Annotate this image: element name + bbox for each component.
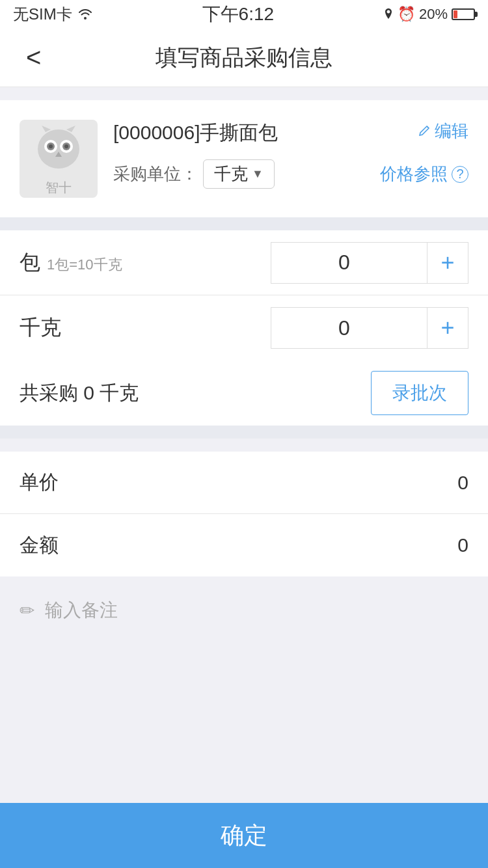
quantity-section: 包 1包=10千克 + 千克 +: [0, 230, 488, 360]
record-batch-button[interactable]: 录批次: [371, 371, 468, 415]
section-divider-1: [0, 217, 488, 230]
svg-marker-8: [42, 126, 51, 132]
section-divider-2: [0, 426, 488, 439]
help-icon: ?: [452, 166, 468, 183]
svg-marker-9: [66, 126, 75, 132]
summary-label: 共采购 0 千克: [20, 380, 139, 407]
owl-logo-icon: [33, 123, 85, 175]
price-section: 单价 0 金额 0: [0, 452, 488, 576]
svg-point-5: [49, 144, 53, 148]
unit-price-value: 0: [457, 472, 468, 494]
edit-icon: [418, 124, 432, 139]
status-left: 无SIM卡: [13, 4, 93, 25]
kg-quantity-input[interactable]: [271, 307, 427, 349]
product-unit-row: 采购单位： 千克 ▼ 价格参照 ?: [113, 159, 468, 189]
unit-price-label: 单价: [20, 469, 59, 496]
wifi-icon: [77, 5, 93, 23]
location-icon: [383, 6, 394, 23]
amount-row: 金额 0: [0, 514, 488, 576]
status-bar: 无SIM卡 下午6:12 ⏰ 20%: [0, 0, 488, 29]
bag-plus-button[interactable]: +: [427, 242, 468, 284]
bag-input-row: 包 1包=10千克 +: [0, 230, 488, 295]
bag-input-control: +: [271, 242, 468, 284]
confirm-button[interactable]: 确定: [0, 803, 488, 868]
edit-button[interactable]: 编辑: [418, 120, 468, 142]
unit-value: 千克: [214, 163, 248, 185]
product-name: [0000006]手撕面包: [113, 120, 278, 146]
bag-label: 包 1包=10千克: [20, 249, 122, 277]
unit-label-text: 采购单位：: [113, 163, 198, 185]
kg-input-control: +: [271, 307, 468, 349]
product-image: 智十: [20, 120, 98, 198]
product-info: [0000006]手撕面包 编辑 采购单位： 千克 ▼ 价格参照 ?: [113, 120, 468, 189]
svg-point-0: [38, 129, 79, 169]
product-header: [0000006]手撕面包 编辑: [113, 120, 468, 146]
logo-text: 智十: [33, 180, 85, 195]
bag-quantity-input[interactable]: [271, 242, 427, 284]
unit-price-row: 单价 0: [0, 452, 488, 514]
price-reference-button[interactable]: 价格参照 ?: [380, 163, 468, 185]
kg-label: 千克: [20, 314, 61, 342]
alarm-icon: ⏰: [398, 6, 415, 23]
bag-sub-label: 1包=10千克: [47, 255, 122, 275]
notes-section[interactable]: ✏ 输入备注: [0, 578, 488, 643]
battery-percent: 20%: [419, 6, 448, 23]
unit-select[interactable]: 千克 ▼: [203, 159, 275, 189]
back-button[interactable]: <: [20, 36, 47, 79]
page-title: 填写商品采购信息: [156, 43, 332, 73]
bottom-spacer: [0, 643, 488, 708]
svg-point-6: [64, 144, 68, 148]
amount-value: 0: [457, 534, 468, 556]
status-right: ⏰ 20%: [383, 6, 475, 23]
pencil-icon: ✏: [20, 600, 34, 621]
battery-icon: [452, 8, 475, 20]
status-time: 下午6:12: [202, 2, 275, 27]
nav-bar: < 填写商品采购信息: [0, 29, 488, 87]
carrier-text: 无SIM卡: [13, 4, 72, 25]
unit-dropdown-icon: ▼: [252, 167, 264, 181]
kg-input-row: 千克 +: [0, 295, 488, 360]
product-card: 智十 [0000006]手撕面包 编辑 采购单位： 千克 ▼: [0, 100, 488, 217]
notes-placeholder: 输入备注: [45, 598, 118, 623]
kg-plus-button[interactable]: +: [427, 307, 468, 349]
amount-label: 金额: [20, 532, 59, 559]
summary-row: 共采购 0 千克 录批次: [0, 360, 488, 426]
